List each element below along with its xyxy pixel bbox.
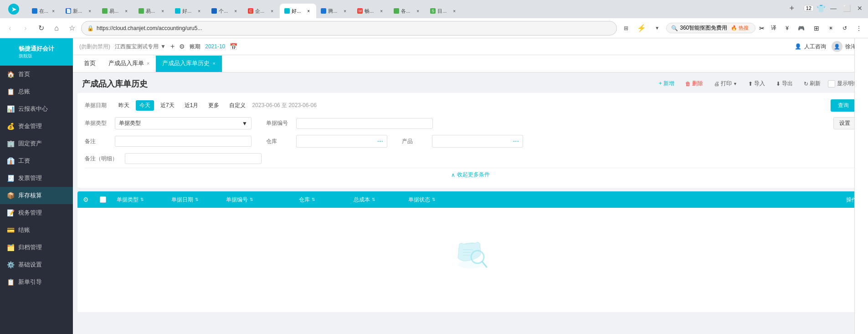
- sidebar-item-newbill[interactable]: 📋 新单引导: [0, 273, 73, 291]
- sub-tab-history[interactable]: 产成品入库单历史 ×: [156, 56, 221, 72]
- delete-button[interactable]: 🗑 删除: [682, 78, 707, 89]
- import-button[interactable]: ⬆ 导入: [745, 78, 769, 89]
- sub-tab-close-list[interactable]: ×: [147, 61, 149, 66]
- tab-count-badge[interactable]: 12: [804, 5, 814, 11]
- sidebar-item-tax[interactable]: 📝 税务管理: [0, 204, 73, 221]
- dropdown-button[interactable]: ▼: [651, 22, 663, 35]
- th-warehouse[interactable]: 仓库 ⇅: [294, 196, 349, 204]
- tab-t3[interactable]: 易... ×: [98, 4, 134, 18]
- tab-close-t10[interactable]: ×: [378, 8, 385, 14]
- date-more[interactable]: 更多: [205, 100, 223, 111]
- extensions-button[interactable]: ⊞: [620, 22, 632, 35]
- query-button[interactable]: 查询: [831, 99, 856, 112]
- account-settings-button[interactable]: ⚙: [179, 43, 185, 50]
- th-cost[interactable]: 总成本 ⇅: [349, 196, 404, 204]
- tab-t7[interactable]: C 企... ×: [243, 4, 280, 18]
- tab-t9[interactable]: 腾... ×: [316, 4, 353, 18]
- back-button[interactable]: ‹: [4, 22, 16, 35]
- sidebar-item-reports[interactable]: 📊 云报表中心: [0, 100, 73, 118]
- sidebar-item-inventory[interactable]: 📦 库存核算: [0, 187, 73, 204]
- browser-back[interactable]: ➤: [8, 4, 19, 15]
- sidebar-item-checkout[interactable]: 💳 结账: [0, 221, 73, 239]
- product-dots[interactable]: ···: [513, 137, 519, 145]
- tab-close-t1[interactable]: ×: [50, 8, 56, 14]
- show-columns-checkbox[interactable]: [828, 80, 835, 87]
- menu-button[interactable]: ⋮: [853, 24, 864, 33]
- tab-close-t12[interactable]: ×: [451, 8, 457, 14]
- sidebar-item-salary[interactable]: 👔 工资: [0, 152, 73, 170]
- sidebar-item-assets[interactable]: 🏢 固定资产: [0, 135, 73, 152]
- date-7days[interactable]: 近7天: [157, 100, 178, 111]
- apps-button[interactable]: ⊞: [811, 23, 822, 33]
- forward-button[interactable]: ›: [19, 22, 32, 35]
- date-today[interactable]: 今天: [136, 100, 154, 111]
- tab-close-t4[interactable]: ×: [159, 8, 166, 14]
- add-button[interactable]: + 新增: [655, 78, 678, 89]
- tab-close-t8[interactable]: ×: [305, 8, 312, 14]
- translate-button[interactable]: 译: [768, 23, 779, 33]
- tab-t2[interactable]: 📄 新... ×: [61, 4, 98, 18]
- sidebar-item-archive[interactable]: 🗂️ 归档管理: [0, 239, 73, 256]
- period-value[interactable]: 2021-10: [205, 43, 225, 50]
- tab-close-t5[interactable]: ×: [196, 8, 202, 14]
- sidebar-item-home[interactable]: 🏠 首页: [0, 66, 73, 83]
- tab-t5[interactable]: 好... ×: [170, 4, 207, 18]
- sidebar-item-invoice[interactable]: 🧾 发票管理: [0, 170, 73, 187]
- product-select[interactable]: ···: [432, 135, 523, 148]
- tab-t8[interactable]: 好... ×: [280, 4, 316, 18]
- date-yesterday[interactable]: 昨天: [115, 100, 133, 111]
- warehouse-dots[interactable]: ···: [377, 137, 383, 145]
- sidebar-item-settings[interactable]: ⚙️ 基础设置: [0, 256, 73, 273]
- sidebar-item-funds[interactable]: 💰 资金管理: [0, 118, 73, 135]
- lightning-button[interactable]: ⚡: [635, 22, 648, 35]
- tab-t11[interactable]: 各... ×: [389, 4, 426, 18]
- th-type[interactable]: 单据类型 ⇅: [112, 196, 167, 204]
- th-checkbox[interactable]: [94, 196, 112, 203]
- th-status[interactable]: 单据状态 ⇅: [404, 196, 458, 204]
- tab-t4[interactable]: 易... ×: [134, 4, 170, 18]
- warehouse-select[interactable]: ···: [296, 135, 387, 148]
- search-bar[interactable]: 🔍 360智能抠图免费用 🔥 热搜: [666, 23, 755, 33]
- restore-button[interactable]: ⬜: [841, 4, 853, 13]
- sub-tab-home[interactable]: 首页: [77, 56, 102, 72]
- tab-t6[interactable]: 个... ×: [207, 4, 243, 18]
- export-button[interactable]: ⬇ 导出: [772, 78, 796, 89]
- address-input[interactable]: 🔒 https://cloud.chanjet.com/accounting/u…: [81, 21, 617, 36]
- calendar-icon[interactable]: 📅: [230, 43, 237, 50]
- date-1month[interactable]: 近1月: [181, 100, 202, 111]
- close-button[interactable]: ✕: [855, 4, 864, 13]
- minimize-button[interactable]: —: [828, 4, 838, 13]
- note-input[interactable]: [115, 136, 252, 147]
- new-tab-button[interactable]: +: [785, 1, 799, 15]
- collapse-bar[interactable]: ∧ 收起更多条件: [85, 168, 856, 181]
- game-button[interactable]: 🎮: [795, 24, 807, 33]
- type-select[interactable]: 单据类型 ▼: [115, 117, 252, 129]
- sub-tab-list[interactable]: 产成品入库单 ×: [102, 56, 156, 72]
- refresh-button[interactable]: ↻: [35, 22, 47, 35]
- tab-t1[interactable]: 在... ×: [27, 4, 61, 18]
- date-custom[interactable]: 自定义: [226, 100, 249, 111]
- undo-button[interactable]: ↺: [840, 24, 850, 33]
- consult-button[interactable]: 👤 人工咨询: [795, 43, 826, 51]
- note-detail-input[interactable]: [125, 153, 262, 164]
- sidebar-item-ledger[interactable]: 📋 总账: [0, 83, 73, 100]
- bookmark-button[interactable]: ☆: [66, 22, 78, 35]
- tab-close-t9[interactable]: ×: [342, 8, 348, 14]
- sub-tab-close-history[interactable]: ×: [212, 61, 215, 66]
- select-all-checkbox[interactable]: [100, 196, 106, 203]
- account-name-selector[interactable]: 江西服宝测试专用 ▼: [115, 43, 166, 51]
- currency-button[interactable]: ¥: [783, 24, 791, 33]
- tab-close-t6[interactable]: ×: [232, 8, 239, 14]
- th-date[interactable]: 单据日期 ⇅: [167, 196, 221, 204]
- theme-button[interactable]: ☀: [826, 24, 836, 33]
- print-button[interactable]: 🖨 打印 ▼: [710, 78, 741, 89]
- refresh-action-button[interactable]: ↻ 刷新: [800, 78, 824, 89]
- home-button[interactable]: ⌂: [50, 22, 63, 35]
- tab-close-t3[interactable]: ×: [123, 8, 129, 14]
- tab-close-t7[interactable]: ×: [269, 8, 275, 14]
- tab-t10[interactable]: M 畅... ×: [353, 4, 389, 18]
- tab-t12[interactable]: S 目... ×: [426, 4, 462, 18]
- tab-close-t11[interactable]: ×: [415, 8, 421, 14]
- th-number[interactable]: 单据编号 ⇅: [221, 196, 294, 204]
- th-settings[interactable]: ⚙: [77, 196, 94, 203]
